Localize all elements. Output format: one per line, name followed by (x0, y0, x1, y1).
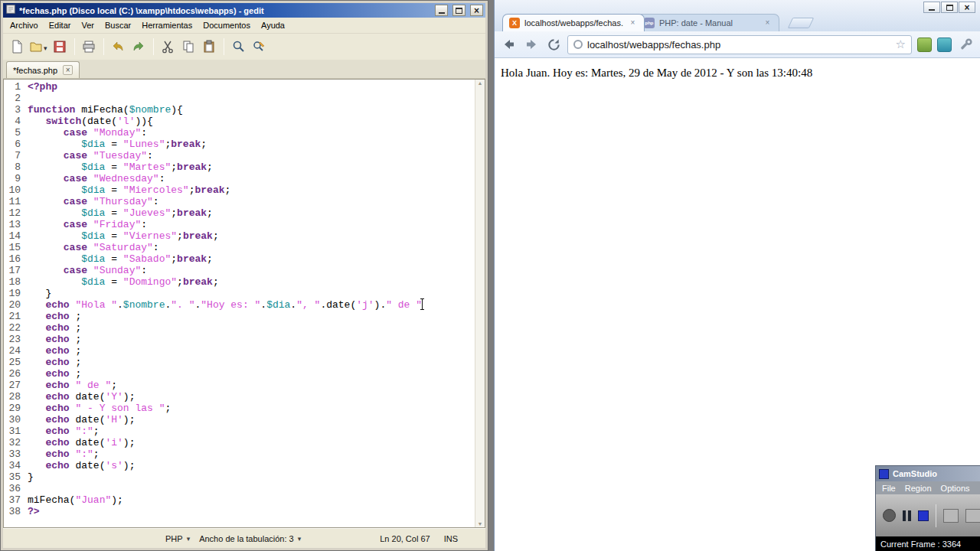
gedit-close-button[interactable] (470, 5, 483, 16)
text-editor-area[interactable]: 1234567891011121314151617181920212223242… (3, 79, 485, 528)
open-dropdown-icon[interactable] (43, 40, 47, 54)
stop-button[interactable] (918, 510, 929, 521)
cam-tool-button[interactable] (965, 509, 980, 523)
paste-icon (202, 40, 216, 54)
chrome-maximize-button[interactable] (941, 2, 958, 13)
browser-tab-fechas[interactable]: X localhost/webapps/fechas.php (502, 14, 645, 31)
extension-icon-2[interactable] (937, 37, 952, 52)
code-line: echo " de "; (28, 380, 475, 391)
gedit-tabbar: *fechas.php (3, 60, 485, 79)
forward-button[interactable] (523, 36, 540, 53)
undo-button[interactable] (108, 37, 129, 57)
gedit-app-icon (5, 4, 16, 18)
language-selector-label: PHP (165, 534, 183, 543)
line-number: 24 (4, 345, 21, 357)
gedit-window-title: *fechas.php (Disco local (C:) \xampp\htd… (19, 6, 430, 15)
browser-tab-php-manual[interactable]: php PHP: date - Manual (637, 14, 779, 31)
gedit-minimize-button[interactable] (435, 5, 448, 16)
chrome-close-button[interactable] (959, 2, 975, 13)
copy-button[interactable] (178, 37, 199, 57)
redo-icon (132, 40, 145, 54)
pause-icon (903, 510, 906, 521)
line-number: 27 (4, 380, 21, 391)
pause-icon (908, 510, 911, 521)
menu-herramientas[interactable]: Herramientas (136, 18, 198, 32)
line-number: 18 (4, 276, 21, 288)
cam-menu-region[interactable]: Region (900, 484, 936, 493)
pause-button[interactable] (903, 510, 911, 521)
code-line: $dia = "Martes";break; (28, 161, 475, 173)
code-line: $dia = "Jueves";break; (28, 207, 475, 219)
address-text[interactable]: localhost/webapps/fechas.php (587, 39, 720, 51)
gedit-menubar: Archivo Editar Ver Buscar Herramientas D… (3, 18, 485, 34)
menu-ayuda[interactable]: Ayuda (256, 18, 290, 32)
cam-menu-options[interactable]: Options (936, 484, 975, 493)
chrome-minimize-button[interactable] (923, 2, 940, 13)
line-number: 10 (4, 184, 21, 196)
camstudio-menubar: File Region Options (876, 481, 980, 494)
editor-scrollbar[interactable]: ▲ ▼ (475, 80, 485, 527)
scroll-down-arrow[interactable]: ▼ (478, 521, 483, 527)
paste-button[interactable] (199, 37, 220, 57)
menu-editar[interactable]: Editar (44, 18, 77, 32)
code-line: $dia = "Viernes";break; (28, 230, 475, 242)
address-bar[interactable]: localhost/webapps/fechas.php (567, 35, 912, 54)
text-caret (422, 299, 423, 309)
line-number: 7 (4, 150, 21, 161)
cut-button[interactable] (158, 37, 178, 57)
menu-documentos[interactable]: Documentos (198, 18, 256, 32)
print-icon (82, 40, 96, 54)
cursor-position-label: Ln 20, Col 67 (380, 534, 430, 543)
back-button[interactable] (501, 36, 518, 53)
open-document-button[interactable] (27, 37, 50, 57)
record-button[interactable] (883, 509, 896, 522)
reload-button[interactable] (545, 36, 562, 53)
chrome-navbar: localhost/webapps/fechas.php (495, 31, 980, 58)
code-lines[interactable]: <?phpfunction miFecha($nombre){ switch(d… (25, 80, 475, 527)
tab-width-selector[interactable]: Ancho de la tabulación: 3 (194, 533, 305, 545)
tab-close-button[interactable] (763, 18, 773, 28)
chrome-titlebar[interactable]: X localhost/webapps/fechas.php php PHP: … (495, 0, 980, 31)
gedit-maximize-button[interactable] (452, 5, 466, 16)
find-replace-button[interactable] (249, 37, 270, 57)
line-number: 29 (4, 403, 21, 414)
line-number: 2 (4, 93, 21, 104)
bookmark-star-icon[interactable] (896, 38, 906, 51)
new-tab-button[interactable] (788, 18, 815, 28)
tab-close-button[interactable] (63, 65, 73, 75)
line-number: 3 (4, 104, 21, 116)
gedit-titlebar[interactable]: *fechas.php (Disco local (C:) \xampp\htd… (3, 3, 485, 18)
code-line: <?php (28, 81, 475, 93)
print-button[interactable] (79, 37, 100, 57)
camstudio-titlebar[interactable]: CamStudio (876, 466, 980, 481)
tab-close-button[interactable] (628, 18, 638, 28)
find-button[interactable] (228, 37, 249, 57)
wrench-icon (959, 37, 973, 52)
extension-icon-1[interactable] (917, 37, 932, 52)
redo-button[interactable] (129, 37, 149, 57)
line-number: 34 (4, 460, 21, 471)
save-button[interactable] (50, 37, 70, 57)
reload-icon (547, 37, 561, 52)
chrome-menu-button[interactable] (957, 36, 974, 53)
new-document-button[interactable] (6, 37, 27, 57)
menu-ver[interactable]: Ver (76, 18, 100, 32)
document-tab-fechas[interactable]: *fechas.php (6, 61, 80, 78)
line-number: 17 (4, 265, 21, 276)
search-icon (231, 40, 245, 54)
menu-archivo[interactable]: Archivo (5, 18, 44, 32)
page-output-text: Hola Juan. Hoy es: Martes, 29 de May de … (501, 67, 812, 79)
scroll-up-arrow[interactable]: ▲ (478, 80, 483, 86)
menu-buscar[interactable]: Buscar (100, 18, 136, 32)
php-favicon: php (644, 18, 655, 28)
cam-menu-file[interactable]: File (877, 484, 900, 493)
tab-width-label: Ancho de la tabulación: 3 (199, 534, 294, 543)
line-number: 16 (4, 253, 21, 265)
language-selector[interactable]: PHP (161, 533, 194, 545)
toolbar-separator (153, 38, 154, 55)
cam-toolbar-separator (936, 504, 936, 527)
line-number: 9 (4, 173, 21, 184)
current-frame-counter: Current Frame : 3364 (876, 536, 980, 551)
cam-tool-button[interactable] (943, 509, 959, 523)
line-number: 1 (4, 81, 21, 93)
